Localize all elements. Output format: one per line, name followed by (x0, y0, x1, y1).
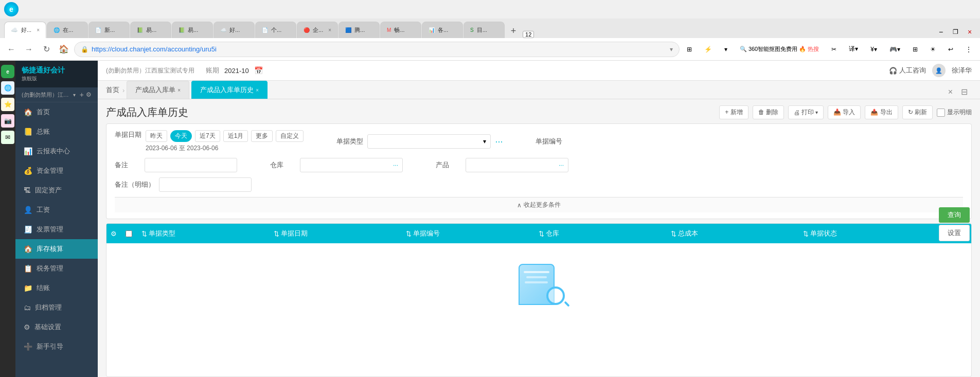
tab-3[interactable]: 📗 易... (130, 22, 171, 38)
sidebar-item-new-guide[interactable]: ➕ 新手引导 (15, 337, 98, 356)
col-status[interactable]: ⇅ 单据状态 (798, 229, 930, 238)
window-close[interactable]: × (964, 26, 976, 38)
sidebar-item-invoice[interactable]: 🧾 发票管理 (15, 220, 98, 239)
tab-1[interactable]: 🌐 在... (47, 22, 88, 38)
currency-button[interactable]: ¥▾ (866, 45, 881, 54)
sidebar-item-general-ledger[interactable]: 📒 总账 (15, 122, 98, 141)
tab-11[interactable]: 📊 各... (422, 22, 463, 38)
window-restore[interactable]: ❐ (949, 26, 961, 38)
query-button[interactable]: 查询 (939, 207, 970, 223)
print-button[interactable]: 🖨 打印 ▾ (788, 105, 824, 119)
tab-12[interactable]: S 目... (464, 22, 505, 38)
translate-button[interactable]: 译▾ (845, 44, 862, 55)
tab-6[interactable]: 📄 个... (255, 22, 296, 38)
lightning-button[interactable]: ⚡ (700, 45, 716, 54)
icon-bar-item-4[interactable]: ✉ (1, 131, 14, 144)
note-detail-filter-input[interactable] (159, 177, 252, 192)
select-all-checkbox[interactable] (121, 224, 136, 243)
type-filter-select[interactable]: ▾ (367, 134, 491, 149)
date-btn-1month[interactable]: 近1月 (223, 130, 248, 142)
col-warehouse[interactable]: ⇅ 仓库 (533, 229, 666, 238)
window-minimize[interactable]: − (935, 26, 947, 38)
page-tab-history-close[interactable]: × (256, 87, 259, 93)
user-avatar[interactable]: 👤 (932, 64, 946, 77)
settings-icon[interactable]: ⚙ (86, 91, 92, 98)
product-dots-icon[interactable]: ··· (559, 161, 564, 169)
date-btn-custom[interactable]: 自定义 (276, 130, 304, 142)
table-settings-icon[interactable]: ⚙ (106, 224, 121, 243)
theme-button[interactable]: ☀ (926, 45, 940, 54)
icon-bar-item-2[interactable]: ⭐ (1, 98, 14, 111)
new-tab-button[interactable]: + (506, 24, 521, 38)
sidebar-item-settlement[interactable]: 📁 结账 (15, 278, 98, 298)
note-filter-input[interactable] (145, 158, 237, 172)
search-360-button[interactable]: 🔍 360智能抠图免费用 🔥 热搜 (736, 44, 823, 54)
apps-button[interactable]: ⊞ (908, 45, 922, 54)
display-checkbox[interactable] (937, 109, 945, 117)
home-button[interactable]: 🏠 (57, 42, 71, 57)
page-tab-history[interactable]: 产成品入库单历史 × (191, 81, 268, 99)
more-button[interactable]: ⋮ (961, 45, 976, 54)
sidebar-item-fixed-assets[interactable]: 🏗 固定资产 (15, 181, 98, 200)
collapse-filter-button[interactable]: ∧ 收起更多条件 (115, 197, 963, 212)
game-button[interactable]: 🎮▾ (885, 45, 904, 54)
date-btn-7days[interactable]: 近7天 (195, 130, 220, 142)
tab-4[interactable]: 📗 易... (172, 22, 213, 38)
tab-close-active[interactable]: × (37, 27, 40, 33)
refresh-browser-button[interactable]: ↻ (39, 42, 54, 57)
product-filter-select[interactable]: ··· (466, 158, 568, 172)
sidebar-account[interactable]: (勿删勿禁用）江西服宝测试专用 ▾ + ⚙ (15, 87, 98, 102)
collapse-panel-button[interactable]: ⊟ (957, 85, 972, 99)
add-account-button[interactable]: + (80, 91, 84, 99)
settings-button[interactable]: 设置 (939, 225, 970, 241)
tab-9[interactable]: 🟦 腾... (338, 22, 380, 38)
sidebar-item-basic-settings[interactable]: ⚙ 基础设置 (15, 317, 98, 337)
refresh-button[interactable]: ↻ 刷新 (902, 105, 933, 119)
scissors-button[interactable]: ✂ (827, 45, 841, 54)
breadcrumb-home[interactable]: 首页 (106, 85, 119, 95)
icon-bar-item-3[interactable]: 📷 (1, 114, 14, 128)
col-number[interactable]: ⇅ 单据编号 (401, 229, 533, 238)
url-expand[interactable]: ▾ (670, 46, 673, 53)
display-settings-toggle[interactable]: 显示明细 (937, 108, 972, 117)
export-button[interactable]: 📤 导出 (865, 105, 898, 119)
sidebar-item-payroll[interactable]: 👤 工资 (15, 200, 98, 220)
col-type[interactable]: ⇅ 单据类型 (136, 229, 269, 238)
calendar-icon[interactable]: 📅 (254, 66, 263, 75)
human-service-button[interactable]: 🎧 人工咨询 (889, 66, 926, 75)
warehouse-dots-icon[interactable]: ··· (393, 161, 398, 169)
tab-5[interactable]: ☁️ 好... (213, 22, 255, 38)
sidebar-item-tax[interactable]: 📋 税务管理 (15, 259, 98, 278)
icon-bar-logo[interactable]: e (1, 65, 14, 78)
sidebar-item-fund[interactable]: 💰 资金管理 (15, 161, 98, 181)
forward-button[interactable]: → (22, 42, 36, 57)
table-checkbox-all[interactable] (126, 230, 132, 237)
back-button[interactable]: ← (4, 42, 19, 57)
tab-active[interactable]: ☁️ 好... × (4, 22, 46, 38)
col-date[interactable]: ⇅ 单据日期 (269, 229, 401, 238)
close-panel-button[interactable]: × (944, 85, 957, 99)
import-button[interactable]: 📥 导入 (828, 105, 861, 119)
icon-bar-item-1[interactable]: 🌐 (1, 81, 14, 95)
tab-7-close[interactable]: × (328, 27, 331, 33)
account-dropdown-icon[interactable]: ▾ (73, 92, 76, 98)
print-dropdown-icon[interactable]: ▾ (815, 110, 818, 115)
page-tab-list[interactable]: 产成品入库单 × (127, 81, 189, 99)
tab-2[interactable]: 📄 新... (88, 22, 130, 38)
date-btn-today[interactable]: 今天 (170, 130, 192, 142)
date-btn-more[interactable]: 更多 (251, 130, 273, 142)
col-total-cost[interactable]: ⇅ 总成本 (666, 229, 798, 238)
dropdown-button[interactable]: ▾ (720, 45, 732, 54)
url-bar[interactable]: 🔒 https://cloud.chanjet.com/accounting/u… (74, 42, 680, 57)
tab-7[interactable]: 🔴 企... × (297, 22, 338, 38)
grid-view-button[interactable]: ⊞ (683, 45, 696, 54)
tab-10[interactable]: M 畅... (380, 22, 421, 38)
delete-button[interactable]: 🗑 删除 (753, 105, 784, 119)
sidebar-item-cloud-report[interactable]: 📊 云报表中心 (15, 141, 98, 161)
sidebar-item-archive[interactable]: 🗂 归档管理 (15, 298, 98, 317)
new-button[interactable]: + 新增 (719, 105, 748, 119)
warehouse-filter-select[interactable]: ··· (300, 158, 403, 172)
date-btn-yesterday[interactable]: 昨天 (146, 130, 167, 142)
sidebar-item-home[interactable]: 🏠 首页 (15, 102, 98, 122)
sidebar-item-inventory[interactable]: 🏠 库存核算 (15, 239, 98, 259)
